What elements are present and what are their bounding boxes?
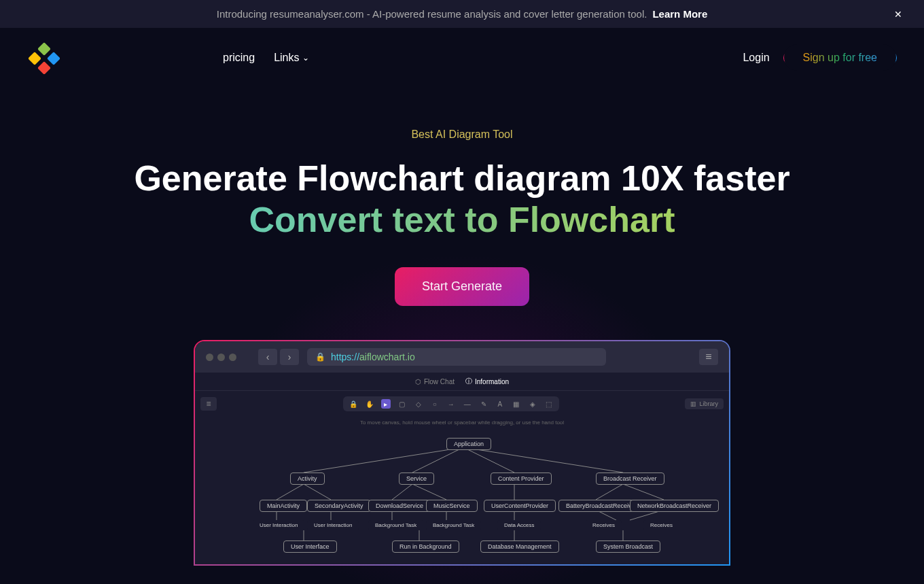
hero-section: Best AI Diagram Tool Generate Flowchart … <box>0 88 924 584</box>
browser-chrome-bar: ‹ › 🔒 https://aiflowchart.io ≡ <box>195 341 729 373</box>
flow-node[interactable]: Run in Background <box>392 540 459 553</box>
nav-right-group: Login Sign up for free <box>743 51 897 65</box>
hero-title: Generate Flowchart diagram 10X faster <box>14 157 910 199</box>
canvas-hint: To move canvas, hold mouse wheel or spac… <box>195 417 729 428</box>
svg-rect-0 <box>37 42 51 56</box>
line-tool-icon[interactable]: — <box>463 399 472 409</box>
flow-node[interactable]: System Broadcast <box>596 540 660 553</box>
browser-forward-icon[interactable]: › <box>280 349 299 365</box>
flow-node[interactable]: MainActivity <box>260 500 307 512</box>
banner-text: Introducing resumeanalyser.com - AI-powe… <box>217 8 647 20</box>
flow-node[interactable]: NetworkBroadcastReceiver <box>630 500 719 512</box>
flow-label: Data Access <box>497 520 541 530</box>
tab-flow-chat[interactable]: ⬡ Flow Chat <box>415 377 455 386</box>
traffic-light-min-icon <box>217 354 225 361</box>
lock-icon: 🔒 <box>315 352 325 362</box>
flow-node[interactable]: Database Management <box>480 540 559 553</box>
nav-links-dropdown[interactable]: Links ⌄ <box>274 52 308 64</box>
browser-url-bar[interactable]: 🔒 https://aiflowchart.io <box>307 348 606 366</box>
browser-mockup: ‹ › 🔒 https://aiflowchart.io ≡ ⬡ <box>194 340 730 566</box>
start-generate-button[interactable]: Start Generate <box>395 267 529 306</box>
flow-label: Receives <box>643 520 679 530</box>
flow-node[interactable]: Activity <box>290 473 325 485</box>
rect-tool-icon[interactable]: ▢ <box>397 399 407 409</box>
traffic-light-max-icon <box>229 354 236 361</box>
svg-rect-1 <box>28 52 41 65</box>
hero-eyebrow: Best AI Diagram Tool <box>14 128 910 141</box>
banner-close-icon[interactable]: ✕ <box>894 9 902 20</box>
browser-settings-icon[interactable]: ≡ <box>699 349 718 365</box>
flow-node-root[interactable]: Application <box>446 438 491 450</box>
library-button[interactable]: ▥ Library <box>685 398 724 409</box>
tool-group: 🔒 ✋ ▸ ▢ ◇ ○ → — ✎ A ▦ ◈ ⬚ <box>343 396 559 411</box>
hand-tool-icon[interactable]: ✋ <box>365 399 374 409</box>
flow-label: Background Task <box>368 520 423 530</box>
lock-tool-icon[interactable]: 🔒 <box>349 399 358 409</box>
app-tabs: ⬡ Flow Chat ⓘ Information <box>195 373 729 391</box>
logo-icon[interactable] <box>27 41 60 74</box>
flow-label: Receives <box>586 520 622 530</box>
traffic-lights <box>206 354 236 361</box>
info-icon: ⓘ <box>465 377 472 386</box>
main-navbar: pricing Links ⌄ Login Sign up for free <box>0 28 924 88</box>
flow-node[interactable]: UserContentProvider <box>484 500 556 512</box>
svg-rect-2 <box>47 52 60 65</box>
flow-node[interactable]: DownloadService <box>368 500 431 512</box>
browser-back-icon[interactable]: ‹ <box>258 349 277 365</box>
circle-tool-icon[interactable]: ○ <box>430 399 440 409</box>
library-icon: ▥ <box>690 400 696 407</box>
banner-learn-more-link[interactable]: Learn More <box>652 8 707 20</box>
announcement-banner: Introducing resumeanalyser.com - AI-powe… <box>0 0 924 28</box>
image-tool-icon[interactable]: ▦ <box>512 399 521 409</box>
url-protocol: https:// <box>331 351 359 362</box>
chevron-down-icon: ⌄ <box>302 53 309 63</box>
shape-tool-icon[interactable]: ◈ <box>528 399 537 409</box>
url-domain: aiflowchart.io <box>359 351 415 362</box>
browser-nav-arrows: ‹ › <box>258 349 299 365</box>
tab-information[interactable]: ⓘ Information <box>465 377 509 386</box>
login-link[interactable]: Login <box>743 52 769 64</box>
flow-label: Background Task <box>426 520 481 530</box>
pencil-tool-icon[interactable]: ✎ <box>479 399 488 409</box>
flow-node[interactable]: MusicService <box>426 500 478 512</box>
hamburger-icon[interactable]: ≡ <box>200 397 217 411</box>
traffic-light-close-icon <box>206 354 213 361</box>
arrow-tool-icon[interactable]: → <box>446 399 456 409</box>
nav-links-label: Links <box>274 52 299 64</box>
text-tool-icon[interactable]: A <box>495 399 505 409</box>
app-toolbar: ≡ 🔒 ✋ ▸ ▢ ◇ ○ → — ✎ A ▦ ◈ ⬚ <box>195 391 729 417</box>
flow-chat-icon: ⬡ <box>415 378 421 385</box>
flow-node[interactable]: SecondaryActivity <box>307 500 371 512</box>
pointer-tool-icon[interactable]: ▸ <box>381 399 391 409</box>
nav-links-group: pricing Links ⌄ <box>223 52 309 64</box>
diamond-tool-icon[interactable]: ◇ <box>414 399 423 409</box>
svg-rect-3 <box>37 61 51 74</box>
signup-button-label: Sign up for free <box>803 52 877 63</box>
flow-label: User Interaction <box>253 520 304 530</box>
flow-node[interactable]: Service <box>399 473 434 485</box>
flow-node[interactable]: Content Provider <box>491 473 552 485</box>
flow-node[interactable]: User Interface <box>283 540 337 553</box>
flow-node[interactable]: Broadcast Receiver <box>596 473 664 485</box>
flow-label: User Interaction <box>307 520 359 530</box>
signup-button[interactable]: Sign up for free <box>783 51 897 65</box>
nav-pricing-link[interactable]: pricing <box>223 52 255 64</box>
hero-subtitle: Convert text to Flowchart <box>14 199 910 240</box>
eraser-tool-icon[interactable]: ⬚ <box>544 399 554 409</box>
flowchart-canvas[interactable]: Application Activity Service Content Pro… <box>195 428 729 564</box>
